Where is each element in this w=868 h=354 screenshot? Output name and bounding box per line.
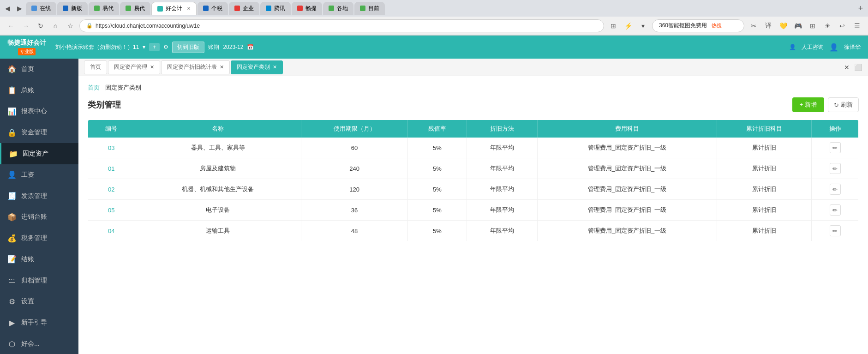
reload-btn[interactable]: ↻ bbox=[35, 20, 46, 31]
page-tab-close-btn[interactable]: ✕ bbox=[220, 64, 224, 70]
table-cell-0-7[interactable]: ✏ bbox=[812, 138, 859, 158]
refresh-btn[interactable]: ↻ 刷新 bbox=[828, 97, 859, 112]
browser-tab-t6[interactable]: 个税 bbox=[198, 2, 228, 15]
edit-btn-3[interactable]: ✏ bbox=[830, 204, 841, 216]
sidebar-icon-more: ⬡ bbox=[7, 339, 17, 348]
table-cell-2-0[interactable]: 02 bbox=[88, 179, 135, 200]
sidebar-item-settle[interactable]: 📝结账 bbox=[0, 249, 78, 270]
table-row: 03器具、工具、家具等605%年限平均管理费用_固定资产折旧_一级累计折旧✏ bbox=[88, 138, 859, 158]
edit-btn-4[interactable]: ✏ bbox=[830, 225, 841, 236]
sidebar-item-salary[interactable]: 👤工资 bbox=[0, 164, 78, 186]
menu-btn[interactable]: ☰ bbox=[851, 20, 862, 31]
edit-btn-0[interactable]: ✏ bbox=[830, 142, 841, 153]
table-cell-1-0[interactable]: 01 bbox=[88, 158, 135, 179]
tab-favicon bbox=[203, 6, 209, 11]
page-tab-fixed-cat[interactable]: 固定资产类别✕ bbox=[231, 60, 283, 74]
customer-service-btn[interactable]: 人工咨询 bbox=[802, 43, 824, 51]
power-btn[interactable]: ⚡ bbox=[623, 20, 634, 31]
table-cell-4-7[interactable]: ✏ bbox=[812, 221, 859, 241]
sidebar-item-invoice[interactable]: 🧾发票管理 bbox=[0, 186, 78, 207]
translate-btn[interactable]: 译 bbox=[763, 20, 774, 31]
calendar-icon[interactable]: 📅 bbox=[247, 44, 254, 50]
browser-new-tab-btn[interactable]: + bbox=[855, 3, 866, 14]
page-tab-close-btn[interactable]: ✕ bbox=[150, 64, 154, 70]
table-cell-0-0[interactable]: 03 bbox=[88, 138, 135, 158]
col-header-6: 累计折旧科目 bbox=[717, 120, 812, 138]
tab-label: 好会计 bbox=[166, 5, 182, 12]
game-btn[interactable]: 🎮 bbox=[792, 20, 803, 31]
table-cell-1-5: 管理费用_固定资产折旧_一级 bbox=[537, 158, 717, 179]
sidebar-item-guide[interactable]: ▶新手引导 bbox=[0, 312, 78, 333]
table-row: 02机器、机械和其他生产设备1205%年限平均管理费用_固定资产折旧_一级累计折… bbox=[88, 179, 859, 200]
settings-gear-icon[interactable]: ⚙ bbox=[163, 44, 168, 50]
browser-tab-t7[interactable]: 企业 bbox=[229, 2, 259, 15]
add-btn[interactable]: + 新增 bbox=[792, 97, 824, 112]
table-cell-1-7[interactable]: ✏ bbox=[812, 158, 859, 179]
browser-tab-t10[interactable]: 各地 bbox=[323, 2, 353, 15]
search-box[interactable]: 360智能抠图免费用 热搜 bbox=[652, 19, 744, 32]
table-cell-2-7[interactable]: ✏ bbox=[812, 179, 859, 200]
browser-tab-t2[interactable]: 新版 bbox=[57, 2, 88, 15]
sidebar-label-tax: 税务管理 bbox=[21, 234, 47, 242]
table-cell-3-7[interactable]: ✏ bbox=[812, 200, 859, 221]
browser-tab-t9[interactable]: 畅提 bbox=[292, 2, 322, 15]
browser-tab-t3[interactable]: 易代 bbox=[89, 2, 119, 15]
table-cell-3-0[interactable]: 05 bbox=[88, 200, 135, 221]
sidebar-item-archive[interactable]: 🗃归档管理 bbox=[0, 270, 78, 291]
sidebar-label-settle: 结账 bbox=[21, 255, 34, 264]
sidebar-item-fund[interactable]: 🔒资金管理 bbox=[0, 122, 78, 143]
table-cell-4-6: 累计折旧 bbox=[717, 221, 812, 241]
browser-forward-btn[interactable]: ▶ bbox=[14, 3, 25, 14]
app-wrapper: 畅捷通好会计 专业版 刘小艳演示账套（勿删勿动！）11 ▾ + ⚙ 切到旧版 账… bbox=[0, 36, 868, 354]
sidebar-item-inventory[interactable]: 📦进销台账 bbox=[0, 206, 78, 228]
table-cell-3-2: 36 bbox=[301, 200, 408, 221]
home-btn[interactable]: ⌂ bbox=[50, 20, 61, 31]
sidebar-item-fixed[interactable]: 📁固定资产 bbox=[0, 143, 78, 164]
content-area: 首页固定资产管理✕固定资产折旧统计表✕固定资产类别✕ ✕ ⬜ 首页 固定资产类别… bbox=[78, 59, 868, 354]
forward-btn[interactable]: → bbox=[20, 20, 31, 31]
undo-btn[interactable]: ↩ bbox=[837, 20, 848, 31]
browser-tab-t4[interactable]: 易代 bbox=[120, 2, 150, 15]
sidebar-icon-invoice: 🧾 bbox=[7, 192, 17, 201]
grid-btn[interactable]: ⊞ bbox=[807, 20, 818, 31]
sidebar-item-more[interactable]: ⬡好会... bbox=[0, 333, 78, 354]
window-maximize-btn[interactable]: ⬜ bbox=[853, 63, 862, 72]
edit-btn-2[interactable]: ✏ bbox=[830, 184, 841, 195]
action-buttons: + 新增 ↻ 刷新 bbox=[792, 97, 859, 112]
dropdown-icon[interactable]: ▾ bbox=[143, 44, 145, 50]
bookmark-btn[interactable]: ☆ bbox=[65, 20, 76, 31]
brightness-btn[interactable]: ☀ bbox=[822, 20, 833, 31]
site-info-btn[interactable]: ⊞ bbox=[608, 20, 619, 31]
table-cell-2-4: 年限平均 bbox=[467, 179, 537, 200]
table-cell-0-5: 管理费用_固定资产折旧_一级 bbox=[537, 138, 717, 158]
breadcrumb-home[interactable]: 首页 bbox=[88, 84, 100, 92]
wallet-btn[interactable]: 💛 bbox=[778, 20, 789, 31]
browser-tab-t11[interactable]: 目前 bbox=[354, 2, 385, 15]
table-cell-4-0[interactable]: 04 bbox=[88, 221, 135, 241]
expand-btn[interactable]: ▾ bbox=[637, 20, 648, 31]
sidebar-item-tax[interactable]: 💰税务管理 bbox=[0, 228, 78, 249]
browser-tab-t1[interactable]: 在线 bbox=[26, 2, 56, 15]
switch-version-btn[interactable]: 切到旧版 bbox=[172, 42, 204, 53]
add-account-btn[interactable]: + bbox=[149, 43, 160, 51]
sidebar-label-inventory: 进销台账 bbox=[21, 213, 47, 221]
window-close-btn[interactable]: ✕ bbox=[842, 63, 851, 72]
address-input[interactable]: 🔒 https://cloud.chanjet.com/accounting/u… bbox=[79, 19, 604, 32]
page-tab-fixed-depr[interactable]: 固定资产折旧统计表✕ bbox=[161, 60, 230, 74]
browser-tab-t8[interactable]: 腾讯 bbox=[260, 2, 291, 15]
sidebar-item-home[interactable]: 🏠首页 bbox=[0, 59, 78, 80]
edit-btn-1[interactable]: ✏ bbox=[830, 163, 841, 174]
sidebar-icon-fund: 🔒 bbox=[7, 128, 17, 137]
cut-btn[interactable]: ✂ bbox=[748, 20, 759, 31]
sidebar-item-ledger[interactable]: 📋总账 bbox=[0, 80, 78, 101]
page-tab-fixed-mgmt[interactable]: 固定资产管理✕ bbox=[108, 60, 160, 74]
page-tab-close-btn[interactable]: ✕ bbox=[273, 64, 277, 70]
table-cell-4-5: 管理费用_固定资产折旧_一级 bbox=[537, 221, 717, 241]
browser-tab-t5[interactable]: 好会计✕ bbox=[151, 2, 197, 15]
browser-back-btn[interactable]: ◀ bbox=[2, 3, 13, 14]
sidebar-item-report[interactable]: 📊报表中心 bbox=[0, 101, 78, 122]
sidebar-item-settings[interactable]: ⚙设置 bbox=[0, 291, 78, 312]
tab-close-btn[interactable]: ✕ bbox=[187, 6, 191, 11]
back-btn[interactable]: ← bbox=[6, 20, 17, 31]
page-tab-home[interactable]: 首页 bbox=[84, 60, 107, 74]
